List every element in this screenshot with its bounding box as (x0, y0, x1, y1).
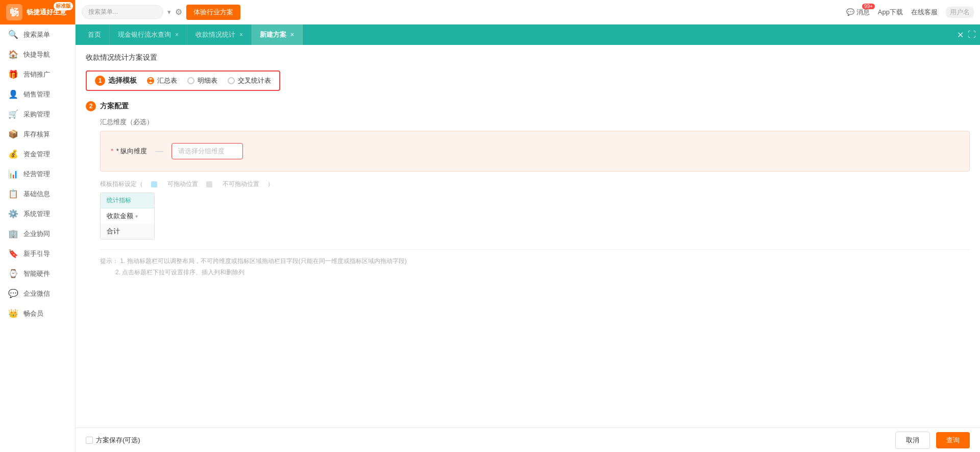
section1-header: 1 选择模板 汇总表 (86, 70, 970, 91)
industry-btn[interactable]: 体验行业方案 (186, 5, 240, 20)
sidebar-item-label: 企业微信 (23, 289, 50, 298)
sidebar-item-wechat[interactable]: 💬 企业微信 (0, 283, 75, 303)
sidebar-item-label: 销售管理 (23, 90, 50, 99)
message-badge: 99+ (862, 4, 875, 9)
message-label: 消息 (856, 8, 870, 16)
sidebar-item-vip[interactable]: 👑 畅会员 (0, 303, 75, 323)
sidebar-item-search-menu[interactable]: 🔍 搜索菜单 (0, 25, 75, 44)
section1-number: 1 (95, 76, 105, 86)
section2-number: 2 (86, 101, 96, 111)
sidebar-item-operation[interactable]: 📊 经营管理 (0, 164, 75, 184)
finance-icon: 💰 (8, 149, 18, 159)
metrics-hint: 模板指标设定（ 可拖动位置 不可拖动位置 ） (100, 180, 970, 188)
section1-title: 选择模板 (108, 76, 137, 85)
sidebar-item-newbie[interactable]: 🔖 新手引导 (0, 244, 75, 264)
radio-summary[interactable]: 汇总表 (147, 76, 177, 85)
tab-bank-flow-close[interactable]: × (175, 31, 179, 38)
tab-bank-flow[interactable]: 现金银行流水查询 × (110, 25, 187, 45)
query-button[interactable]: 查询 (936, 432, 970, 448)
tip1-text: 1. 拖动标题栏可以调整布局，不可跨维度或指标区域拖动栏目字段(只能在同一维度或… (120, 257, 406, 265)
sidebar-item-label: 基础信息 (23, 189, 50, 199)
message-btn[interactable]: 💬 消息 99+ (846, 8, 870, 17)
tabbar: 首页 现金银行流水查询 × 收款情况统计 × 新建方案 × ✕ ⛶ (76, 25, 980, 45)
section2-header: 2 方案配置 (86, 101, 970, 111)
sidebar-item-label: 资金管理 (23, 150, 50, 159)
section2-title: 方案配置 (100, 102, 129, 111)
radio-summary-circle (147, 77, 154, 84)
required-star: * (111, 147, 113, 155)
basic-info-icon: 📋 (8, 189, 18, 199)
sidebar-item-marketing[interactable]: 🎁 营销推广 (0, 64, 75, 84)
newbie-icon: 🔖 (8, 249, 18, 258)
quick-nav-icon: 🏠 (8, 50, 18, 59)
tabbar-controls: ✕ ⛶ (957, 30, 976, 40)
radio-detail[interactable]: 明细表 (187, 76, 217, 85)
footer-bar: 方案保存(可选) 取消 查询 (76, 427, 980, 452)
sidebar-item-basic-info[interactable]: 📋 基础信息 (0, 184, 75, 204)
sidebar-item-label: 智能硬件 (23, 269, 50, 278)
sidebar-item-purchase[interactable]: 🛒 采购管理 (0, 104, 75, 124)
dim-placeholder: 请选择分组维度 (178, 147, 225, 155)
inventory-icon: 📦 (8, 129, 18, 139)
tip2-text: 2. 点击标题栏下拉可设置排序、插入列和删除列 (115, 269, 244, 276)
radio-summary-label: 汇总表 (157, 76, 177, 85)
config-body: 汇总维度（必选） * * 纵向维度 — 请选择分组维度 (100, 117, 970, 278)
stats-amount-cell[interactable]: 收款金额 ▾ (101, 208, 154, 224)
save-plan-checkbox[interactable] (86, 437, 93, 444)
template-radio-group: 汇总表 明细表 交叉统计表 (147, 76, 271, 85)
tips-label: 提示： (100, 257, 118, 265)
sidebar-item-sales[interactable]: 👤 销售管理 (0, 84, 75, 104)
tab-close-window-icon[interactable]: ✕ (957, 30, 964, 40)
app-download-btn[interactable]: App下载 (878, 8, 903, 17)
stats-amount-label: 收款金额 (107, 211, 133, 221)
tab-receipt-stats-close[interactable]: × (239, 31, 243, 38)
content-area: 收款情况统计方案设置 1 选择模板 (76, 45, 980, 427)
vertical-dim-label: * * 纵向维度 (111, 147, 147, 156)
radio-cross[interactable]: 交叉统计表 (228, 76, 271, 85)
sidebar-item-label: 企业协同 (23, 229, 50, 239)
operation-icon: 📊 (8, 169, 18, 179)
sidebar-item-system[interactable]: ⚙️ 系统管理 (0, 204, 75, 224)
sidebar-item-label: 营销推广 (23, 70, 50, 79)
sidebar-item-enterprise[interactable]: 🏢 企业协同 (0, 224, 75, 244)
sidebar-item-label: 采购管理 (23, 110, 50, 119)
settings-icon[interactable]: ⚙ (175, 7, 182, 17)
logo-icon: 畅 (6, 4, 22, 20)
dim-arrow-icon: — (155, 147, 163, 156)
sales-icon: 👤 (8, 89, 18, 99)
tab-new-plan-close[interactable]: × (290, 31, 294, 38)
tab-new-plan[interactable]: 新建方案 × (252, 25, 303, 45)
sidebar-item-label: 库存核算 (23, 130, 50, 139)
template-select-box: 1 选择模板 汇总表 (86, 70, 280, 91)
logo-badge: 标准版 (54, 2, 73, 10)
sidebar-item-label: 新手引导 (23, 249, 50, 258)
sidebar-item-label: 系统管理 (23, 209, 50, 219)
purchase-icon: 🛒 (8, 109, 18, 119)
stats-table: 统计指标 收款金额 ▾ 合计 (100, 193, 155, 240)
topbar-actions: 💬 消息 99+ App下载 在线客服 用户名 (846, 7, 974, 18)
tab-expand-icon[interactable]: ⛶ (968, 30, 976, 39)
sidebar-item-quick-nav[interactable]: 🏠 快捷导航 (0, 44, 75, 64)
sidebar: 畅 畅捷通好生意 标准版 🔍 搜索菜单 🏠 快捷导航 🎁 营销推广 👤 销售管理… (0, 0, 76, 452)
tab-home[interactable]: 首页 (80, 25, 110, 45)
sidebar-item-inventory[interactable]: 📦 库存核算 (0, 124, 75, 144)
metrics-label-text: 模板指标设定（ (100, 180, 143, 188)
cancel-button[interactable]: 取消 (895, 432, 930, 449)
sidebar-item-label: 快捷导航 (23, 50, 50, 59)
search-menu-icon: 🔍 (8, 30, 18, 39)
dimension-select[interactable]: 请选择分组维度 (172, 143, 243, 159)
topbar-dropdown-arrow[interactable]: ▾ (167, 8, 171, 16)
sidebar-item-smart-hw[interactable]: ⌚ 智能硬件 (0, 264, 75, 283)
radio-detail-label: 明细表 (198, 76, 217, 85)
online-service-btn[interactable]: 在线客服 (911, 8, 938, 17)
tips-divider (100, 249, 970, 250)
radio-cross-label: 交叉统计表 (238, 76, 271, 85)
stats-amount-dropdown-icon[interactable]: ▾ (135, 213, 138, 219)
section-config: 2 方案配置 汇总维度（必选） * * 纵向维度 — (86, 101, 970, 278)
main-area: 搜索菜单... ▾ ⚙ 体验行业方案 💬 消息 99+ App下载 在线客服 用… (76, 0, 980, 452)
save-plan-label: 方案保存(可选) (96, 436, 140, 445)
tab-receipt-stats[interactable]: 收款情况统计 × (187, 25, 252, 45)
page-title: 收款情况统计方案设置 (86, 53, 970, 62)
wechat-icon: 💬 (8, 289, 18, 298)
sidebar-item-finance[interactable]: 💰 资金管理 (0, 144, 75, 164)
